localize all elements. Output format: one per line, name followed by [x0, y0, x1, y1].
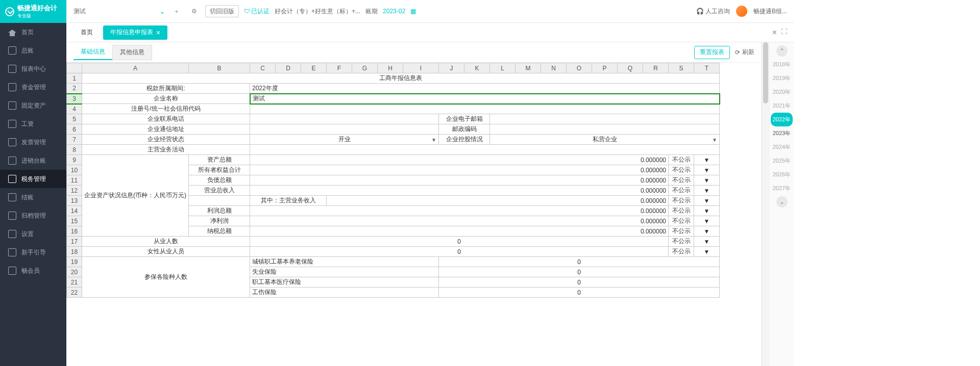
disclose-10[interactable]: 不公示: [669, 165, 694, 175]
addr-cell[interactable]: [250, 124, 439, 135]
disclose-18[interactable]: 不公示: [669, 247, 694, 257]
row-19[interactable]: 19: [67, 257, 82, 267]
switch-old-button[interactable]: 切回旧版: [205, 5, 239, 17]
period-value[interactable]: 2023-02: [383, 8, 405, 15]
support-link[interactable]: 🎧 人工咨询: [696, 7, 730, 16]
metric-value-10[interactable]: 0.000000: [250, 165, 669, 175]
row-5[interactable]: 5: [67, 114, 82, 124]
col-L[interactable]: L: [490, 63, 516, 73]
nav-close[interactable]: 结账: [0, 188, 66, 206]
disclose-16[interactable]: 不公示: [669, 226, 694, 237]
col-S[interactable]: S: [669, 63, 694, 73]
company-select[interactable]: 测试 ⌄: [74, 4, 165, 18]
col-N[interactable]: N: [541, 63, 567, 73]
year-2027年[interactable]: 2027年: [771, 181, 793, 195]
year-2024年[interactable]: 2024年: [771, 140, 793, 154]
row-1[interactable]: 1: [67, 73, 82, 84]
col-K[interactable]: K: [464, 63, 490, 73]
holding-select[interactable]: 私营企业▼: [490, 135, 720, 145]
subtab-other[interactable]: 其他信息: [112, 45, 152, 60]
col-I[interactable]: I: [403, 63, 439, 73]
row-6[interactable]: 6: [67, 124, 82, 135]
col-P[interactable]: P: [592, 63, 618, 73]
subtab-basic[interactable]: 基础信息: [74, 45, 112, 60]
disclose-arrow-16[interactable]: ▼: [694, 226, 720, 237]
insurance-value-20[interactable]: 0: [439, 267, 720, 277]
row-8[interactable]: 8: [67, 145, 82, 155]
avatar[interactable]: [736, 6, 747, 17]
nav-home[interactable]: 首页: [0, 23, 66, 41]
email-cell[interactable]: [490, 114, 720, 124]
vertical-scrollbar[interactable]: [762, 42, 769, 366]
nav-salary[interactable]: 工资: [0, 115, 66, 133]
period-value-cell[interactable]: 2022年度: [250, 84, 720, 94]
insurance-value-21[interactable]: 0: [439, 277, 720, 287]
nav-vip[interactable]: 畅会员: [0, 262, 66, 280]
row-22[interactable]: 22: [67, 287, 82, 298]
row-3[interactable]: 3: [67, 94, 82, 104]
disclose-arrow-13[interactable]: ▼: [694, 196, 720, 206]
metric-value-14[interactable]: 0.000000: [250, 206, 669, 216]
year-up-button[interactable]: ⌃: [776, 45, 788, 57]
nav-report[interactable]: 报表中心: [0, 60, 66, 78]
nav-invoice[interactable]: 发票管理: [0, 133, 66, 151]
row-14[interactable]: 14: [67, 206, 82, 216]
row-11[interactable]: 11: [67, 175, 82, 186]
metric-value-16[interactable]: 0.000000: [250, 226, 669, 237]
year-2022年[interactable]: 2022年: [771, 113, 793, 126]
row-17[interactable]: 17: [67, 237, 82, 247]
nav-ledger[interactable]: 总账: [0, 41, 66, 60]
reg-code-cell[interactable]: [250, 104, 720, 114]
year-2026年[interactable]: 2026年: [771, 168, 793, 181]
col-E[interactable]: E: [301, 63, 327, 73]
row-21[interactable]: 21: [67, 277, 82, 287]
calendar-icon[interactable]: ▦: [410, 8, 416, 15]
metric-value-11[interactable]: 0.000000: [250, 175, 669, 186]
row-16[interactable]: 16: [67, 226, 82, 237]
col-M[interactable]: M: [516, 63, 541, 73]
row-4[interactable]: 4: [67, 104, 82, 114]
tab-annual-report[interactable]: 年报信息申报表 ×: [103, 25, 167, 40]
col-F[interactable]: F: [327, 63, 352, 73]
nav-asset[interactable]: 固定资产: [0, 96, 66, 115]
nav-tax[interactable]: 税务管理: [0, 170, 66, 188]
row-10[interactable]: 10: [67, 165, 82, 175]
row-13[interactable]: 13: [67, 196, 82, 206]
disclose-arrow-14[interactable]: ▼: [694, 206, 720, 216]
disclose-arrow-9[interactable]: ▼: [694, 155, 720, 165]
gear-icon[interactable]: ⚙: [188, 5, 200, 17]
row-15[interactable]: 15: [67, 216, 82, 226]
nav-archive[interactable]: 归档管理: [0, 206, 66, 225]
mainbiz-income-value[interactable]: 0.000000: [327, 196, 669, 206]
metric-value-12[interactable]: 0.000000: [250, 186, 669, 196]
status-select[interactable]: 开业▼: [250, 135, 439, 145]
col-R[interactable]: R: [643, 63, 669, 73]
col-T[interactable]: T: [694, 63, 720, 73]
col-B[interactable]: B: [189, 63, 250, 73]
disclose-15[interactable]: 不公示: [669, 216, 694, 226]
disclose-arrow-17[interactable]: ▼: [694, 237, 720, 247]
employee-value[interactable]: 0: [250, 237, 669, 247]
user-name[interactable]: 畅捷通B组...: [753, 7, 787, 16]
nav-fund[interactable]: 资金管理: [0, 78, 66, 96]
nav-settings[interactable]: 设置: [0, 225, 66, 243]
female-value[interactable]: 0: [250, 247, 669, 257]
row-9[interactable]: 9: [67, 155, 82, 165]
nav-stock[interactable]: 进销台账: [0, 151, 66, 170]
expand-icon[interactable]: ⛶: [781, 28, 787, 37]
spreadsheet[interactable]: ABCDEFGHIJKLMNOPQRST1工商年报信息表2税款所属期间:2022…: [66, 63, 762, 366]
row-18[interactable]: 18: [67, 247, 82, 257]
row-12[interactable]: 12: [67, 186, 82, 196]
insurance-value-19[interactable]: 0: [439, 257, 720, 267]
zip-cell[interactable]: [490, 124, 720, 135]
disclose-14[interactable]: 不公示: [669, 206, 694, 216]
close-all-icon[interactable]: ×: [772, 28, 777, 37]
metric-value-15[interactable]: 0.000000: [250, 216, 669, 226]
disclose-arrow-12[interactable]: ▼: [694, 186, 720, 196]
disclose-arrow-10[interactable]: ▼: [694, 165, 720, 175]
disclose-12[interactable]: 不公示: [669, 186, 694, 196]
row-20[interactable]: 20: [67, 267, 82, 277]
year-2020年[interactable]: 2020年: [771, 85, 793, 99]
year-2018年[interactable]: 2018年: [771, 58, 793, 71]
metric-value-9[interactable]: 0.000000: [250, 155, 669, 165]
